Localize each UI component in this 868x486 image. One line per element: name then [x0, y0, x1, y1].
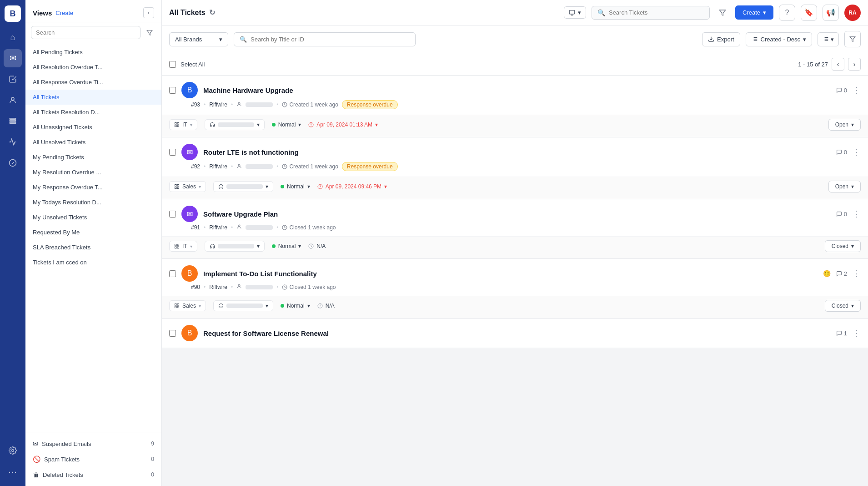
title-search-input[interactable]	[251, 36, 410, 43]
ticket-header-4: B Implement To-Do List Functionality 🙂 2…	[162, 259, 868, 282]
view-item-all-unassigned[interactable]: All Unassigned Tickets	[25, 120, 161, 135]
view-item-all-pending[interactable]: All Pending Tickets	[25, 45, 161, 60]
view-item-my-todays-resolution[interactable]: My Todays Resolution D...	[25, 195, 161, 210]
department-chip-1[interactable]: IT ▾	[169, 119, 197, 130]
bookmarks-button[interactable]: 🔖	[801, 5, 817, 21]
ticket-title-5[interactable]: Request for Software License Renewal	[203, 329, 831, 337]
assignee-chip-1[interactable]: ▾	[205, 119, 265, 130]
view-item-my-pending[interactable]: My Pending Tickets	[25, 150, 161, 165]
next-page-button[interactable]: ›	[848, 58, 861, 71]
export-icon	[708, 36, 714, 42]
toolbar-filter-button[interactable]	[844, 31, 861, 47]
view-item-all-response-overdue[interactable]: All Response Overdue Ti...	[25, 75, 161, 90]
ticket-checkbox-2[interactable]	[169, 149, 176, 156]
select-all-checkbox[interactable]	[169, 61, 176, 68]
timestamp-chip-3[interactable]: N/A	[308, 243, 326, 249]
view-item-all-unsolved[interactable]: All Unsolved Tickets	[25, 135, 161, 150]
footer-item-suspended-emails[interactable]: ✉ Suspended Emails 9	[25, 436, 161, 451]
views-search-input[interactable]	[31, 26, 140, 39]
ticket-title-1[interactable]: Machine Hardware Upgrade	[203, 86, 831, 94]
sort-button[interactable]: Created - Desc ▾	[746, 32, 812, 46]
ticket-title-4[interactable]: Implement To-Do List Functionality	[203, 270, 818, 278]
brand-select-label: All Brands	[175, 36, 202, 43]
view-item-all-resolution-overdue[interactable]: All Resolution Overdue T...	[25, 60, 161, 75]
more-button-1[interactable]: ⋮	[853, 85, 861, 95]
footer-item-spam-tickets[interactable]: 🚫 Spam Tickets 0	[25, 451, 161, 467]
view-item-my-response-overdue[interactable]: My Response Overdue T...	[25, 180, 161, 195]
tasks-nav-icon[interactable]	[4, 70, 22, 88]
page-title: All Tickets ↻	[169, 8, 215, 17]
ticket-num-4: #90	[191, 284, 200, 290]
ticket-title-2[interactable]: Router LTE is not functioning	[203, 148, 831, 156]
assignee-name-1	[218, 122, 254, 127]
view-item-all-tickets[interactable]: All Tickets	[25, 90, 161, 105]
department-chip-2[interactable]: Sales ▾	[169, 181, 206, 192]
priority-label-4: Normal	[287, 303, 305, 309]
settings-nav-icon[interactable]	[4, 441, 22, 460]
view-item-my-resolution-overdue[interactable]: My Resolution Overdue ...	[25, 165, 161, 180]
department-chip-3[interactable]: IT ▾	[169, 241, 197, 252]
view-item-all-tickets-resolution[interactable]: All Tickets Resolution D...	[25, 105, 161, 120]
export-button[interactable]: Export	[702, 32, 740, 46]
timestamp-chip-4[interactable]: N/A	[317, 303, 335, 309]
ticket-meta-4: #90 • Riffwire • • Closed 1 week ago	[162, 282, 868, 296]
ticket-title-3[interactable]: Software Upgrade Plan	[203, 210, 831, 218]
search-filter-button[interactable]	[715, 5, 730, 20]
assignee-chip-2[interactable]: ▾	[213, 181, 273, 192]
select-all-label[interactable]: Select All	[181, 61, 205, 68]
notifications-button[interactable]: 📢	[823, 5, 839, 21]
status-badge-4[interactable]: Closed ▾	[825, 300, 861, 312]
status-badge-1[interactable]: Open ▾	[828, 119, 861, 131]
user-avatar[interactable]: RA	[844, 5, 861, 21]
priority-chip-4[interactable]: Normal ▾	[281, 303, 310, 309]
views-collapse-button[interactable]: ‹	[143, 7, 154, 18]
view-item-requested-by-me[interactable]: Requested By Me	[25, 225, 161, 240]
global-search-input[interactable]	[609, 9, 704, 16]
view-item-label: My Resolution Overdue ...	[33, 169, 101, 176]
assignee-chip-3[interactable]: ▾	[205, 241, 265, 252]
more-nav-icon[interactable]: ···	[4, 462, 22, 481]
timestamp-chip-2[interactable]: Apr 09, 2024 09:46 PM ▾	[317, 183, 387, 190]
more-button-3[interactable]: ⋮	[853, 209, 861, 219]
contacts-nav-icon[interactable]	[4, 91, 22, 109]
assignee-chip-4[interactable]: ▾	[213, 300, 273, 311]
footer-item-deleted-tickets[interactable]: 🗑 Deleted Tickets 0	[25, 467, 161, 482]
channel-selector[interactable]: ▾	[564, 6, 586, 19]
priority-chip-3[interactable]: Normal ▾	[272, 243, 301, 249]
ticket-checkbox-1[interactable]	[169, 87, 176, 94]
channel-chevron: ▾	[578, 9, 581, 16]
tickets-nav-icon[interactable]: ✉	[4, 49, 22, 67]
priority-chip-2[interactable]: Normal ▾	[281, 183, 310, 190]
more-button-2[interactable]: ⋮	[853, 147, 861, 157]
ticket-checkbox-3[interactable]	[169, 211, 176, 218]
priority-chip-1[interactable]: Normal ▾	[272, 122, 301, 128]
more-button-5[interactable]: ⋮	[853, 328, 861, 338]
views-create-button[interactable]: Create	[55, 10, 73, 16]
brand-select[interactable]: All Brands ▾	[169, 32, 228, 46]
approvals-nav-icon[interactable]	[4, 154, 22, 172]
create-button[interactable]: Create ▾	[735, 5, 773, 20]
view-item-sla-breached[interactable]: SLA Breached Tickets	[25, 240, 161, 255]
ticket-checkbox-5[interactable]	[169, 330, 176, 337]
ticket-card-4: B Implement To-Do List Functionality 🙂 2…	[162, 259, 868, 319]
status-badge-3[interactable]: Closed ▾	[825, 240, 861, 252]
department-chip-4[interactable]: Sales ▾	[169, 300, 206, 311]
view-item-tickets-cced[interactable]: Tickets I am cced on	[25, 255, 161, 270]
view-item-my-unsolved[interactable]: My Unsolved Tickets	[25, 210, 161, 225]
analytics-nav-icon[interactable]	[4, 133, 22, 151]
status-badge-2[interactable]: Open ▾	[828, 181, 861, 192]
emoji-reaction-4: 🙂	[823, 270, 831, 277]
help-button[interactable]: ?	[779, 5, 795, 21]
ticket-checkbox-4[interactable]	[169, 270, 176, 277]
ts-chevron-1: ▾	[375, 122, 378, 128]
home-icon[interactable]: ⌂	[4, 28, 22, 46]
prev-page-button[interactable]: ‹	[832, 58, 844, 71]
refresh-button[interactable]: ↻	[209, 8, 215, 17]
timestamp-chip-1[interactable]: Apr 09, 2024 01:13 AM ▾	[308, 122, 378, 128]
filter-icon	[849, 36, 856, 42]
view-toggle-button[interactable]: ▾	[818, 32, 839, 46]
ticket-org-1: Riffwire	[209, 101, 227, 108]
list-nav-icon[interactable]	[4, 112, 22, 130]
views-filter-button[interactable]	[143, 26, 156, 39]
more-button-4[interactable]: ⋮	[853, 268, 861, 278]
